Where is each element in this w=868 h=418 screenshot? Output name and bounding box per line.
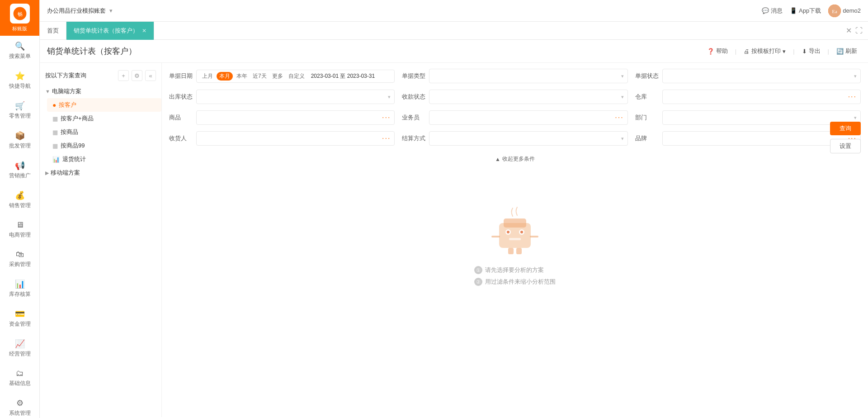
- date-range: 2023-03-01 至 2023-03-31: [311, 72, 375, 80]
- wholesale-icon: 📦: [15, 131, 25, 141]
- sidebar-item-basics[interactable]: 🗂 基础信息: [0, 363, 39, 393]
- payment-select[interactable]: ▾: [429, 131, 627, 146]
- page-actions: ❓ 帮助 | 🖨 按模板打印 ▾ | ⬇ 导出 |: [703, 45, 861, 57]
- filter-row-2: 出库状态 ▾ 收款状态 ▾: [169, 89, 861, 104]
- department-label: 部门: [635, 114, 659, 122]
- empty-tip-1: ① 请先选择要分析的方案: [474, 266, 556, 274]
- collapse-bar[interactable]: ▲ 收起更多条件: [169, 152, 861, 166]
- panel-title: 按以下方案查询: [45, 71, 86, 80]
- salesperson-input[interactable]: ···: [429, 110, 627, 125]
- tree-parent-desktop[interactable]: ▼ 电脑端方案: [40, 85, 161, 98]
- date-control[interactable]: 上月 本月 本年 近7天 更多 自定义 2023-03-01 至 2023-03…: [196, 70, 395, 83]
- refresh-icon: 🔄: [836, 48, 844, 55]
- sidebar-item-business[interactable]: 📈 经营管理: [0, 333, 39, 363]
- receiver-dots-icon: ···: [382, 134, 391, 142]
- app-title-dropdown[interactable]: ▾: [109, 7, 113, 14]
- export-label: 导出: [809, 47, 821, 55]
- grid-icon-2: ▦: [52, 129, 58, 136]
- tree-child-by-customer[interactable]: ● 按客户: [47, 98, 161, 112]
- tree-child-label: 退货统计: [62, 155, 86, 163]
- date-tab-7days[interactable]: 近7天: [251, 72, 269, 81]
- filter-brand: 品牌 ···: [635, 131, 861, 146]
- tab-home[interactable]: 首页: [40, 22, 66, 40]
- basics-icon: 🗂: [16, 369, 24, 378]
- sidebar-item-label: 营销推广: [9, 172, 31, 180]
- tree-child-by-customer-product[interactable]: ▦ 按客户+商品: [47, 112, 161, 125]
- svg-rect-14: [516, 248, 522, 254]
- tree-child-by-product-99[interactable]: ▦ 按商品99: [47, 139, 161, 152]
- user-avatar-area[interactable]: Ea demo2: [828, 5, 861, 17]
- filter-product: 商品 ···: [169, 110, 395, 125]
- collect-status-select[interactable]: ▾: [429, 90, 627, 104]
- date-tab-last-month[interactable]: 上月: [200, 72, 215, 81]
- logo-text: 标账版: [12, 25, 27, 32]
- message-button[interactable]: 💬 消息: [762, 7, 783, 15]
- logo-area[interactable]: 畅 标账版: [0, 0, 39, 36]
- window-maximize-icon[interactable]: ⛶: [855, 27, 863, 35]
- sidebar-item-wholesale[interactable]: 📦 批发管理: [0, 125, 39, 155]
- right-area: 单据日期 上月 本月 本年 近7天 更多 自定义: [162, 63, 868, 417]
- sidebar-item-search-menu[interactable]: 🔍 搜索菜单: [0, 36, 39, 66]
- help-icon: ❓: [707, 48, 714, 55]
- sidebar-item-inventory[interactable]: 📊 库存核算: [0, 274, 39, 304]
- tree-child-by-product[interactable]: ▦ 按商品: [47, 125, 161, 139]
- sidebar-item-finance[interactable]: 💳 资金管理: [0, 304, 39, 333]
- home-tab-label: 首页: [47, 27, 59, 35]
- tree-child-return-stats[interactable]: 📊 退货统计: [47, 152, 161, 166]
- divider1: |: [735, 48, 736, 55]
- tree-expand-icon: ▼: [45, 89, 50, 94]
- out-status-select[interactable]: ▾: [196, 90, 395, 104]
- tree-section: ▼ 电脑端方案 ● 按客户 ▦ 按客户+商品: [40, 85, 161, 180]
- sidebar-item-marketing[interactable]: 📢 营销推广: [0, 155, 39, 185]
- settings-scheme-button[interactable]: ⚙: [132, 70, 142, 81]
- sidebar-item-ecom[interactable]: 🖥 电商管理: [0, 215, 39, 244]
- sidebar-item-sales[interactable]: 💰 销售管理: [0, 185, 39, 215]
- sidebar-item-purchase[interactable]: 🛍 采购管理: [0, 244, 39, 274]
- refresh-button[interactable]: 🔄 刷新: [833, 45, 861, 57]
- panel-header: 按以下方案查询 + ⚙ «: [40, 66, 161, 85]
- tree-parent-mobile[interactable]: ▶ 移动端方案: [40, 166, 161, 180]
- sidebar-item-label: 资金管理: [9, 320, 31, 328]
- sidebar-item-label: 系统管理: [9, 409, 31, 417]
- system-icon: ⚙: [16, 398, 24, 408]
- window-close-icon[interactable]: ✕: [846, 26, 852, 35]
- sidebar-item-quick-nav[interactable]: ⭐ 快捷导航: [0, 66, 39, 95]
- product-input[interactable]: ···: [196, 110, 395, 125]
- reset-button[interactable]: 设置: [830, 139, 861, 153]
- receiver-input[interactable]: ···: [196, 131, 395, 146]
- tree-parent-mobile-label: 移动端方案: [51, 169, 80, 177]
- sidebar-item-label: 零售管理: [9, 112, 31, 120]
- collapse-panel-button[interactable]: «: [145, 70, 156, 81]
- print-dropdown-icon[interactable]: ▾: [783, 48, 786, 55]
- status-select[interactable]: ▾: [662, 69, 861, 83]
- purchase-icon: 🛍: [16, 250, 24, 259]
- add-scheme-button[interactable]: +: [118, 70, 129, 81]
- tab-close-icon[interactable]: ✕: [142, 28, 146, 34]
- query-button[interactable]: 查询: [830, 122, 861, 135]
- date-tab-more[interactable]: 更多: [270, 72, 285, 81]
- sidebar-item-system[interactable]: ⚙ 系统管理: [0, 393, 39, 418]
- print-icon: 🖨: [744, 48, 750, 55]
- app-download-button[interactable]: 📱 App下载: [790, 7, 821, 15]
- help-button[interactable]: ❓ 帮助: [703, 45, 731, 57]
- retail-icon: 🛒: [15, 101, 25, 111]
- tree-child-label: 按客户+商品: [61, 114, 94, 123]
- user-name: demo2: [843, 7, 861, 14]
- date-tab-custom[interactable]: 自定义: [287, 72, 307, 81]
- type-dropdown-icon: ▾: [621, 73, 624, 79]
- warehouse-input[interactable]: ···: [662, 90, 861, 104]
- tab-sales-stats[interactable]: 销货单统计表（按客户） ✕: [66, 22, 154, 40]
- quick-nav-icon: ⭐: [15, 71, 25, 81]
- tip-num-2: ②: [474, 278, 482, 286]
- type-select[interactable]: ▾: [429, 69, 627, 83]
- date-tab-this-month[interactable]: 本月: [217, 72, 233, 81]
- filter-date: 单据日期 上月 本月 本年 近7天 更多 自定义: [169, 68, 395, 84]
- department-dropdown-icon: ▾: [854, 115, 857, 121]
- inventory-icon: 📊: [15, 279, 25, 289]
- print-button[interactable]: 🖨 按模板打印 ▾: [740, 45, 789, 57]
- salesperson-dots-icon: ···: [615, 114, 623, 122]
- export-button[interactable]: ⬇ 导出: [798, 45, 824, 57]
- sidebar-item-retail[interactable]: 🛒 零售管理: [0, 95, 39, 125]
- sidebar-item-label: 电商管理: [9, 231, 31, 239]
- date-tab-this-year[interactable]: 本年: [235, 72, 249, 81]
